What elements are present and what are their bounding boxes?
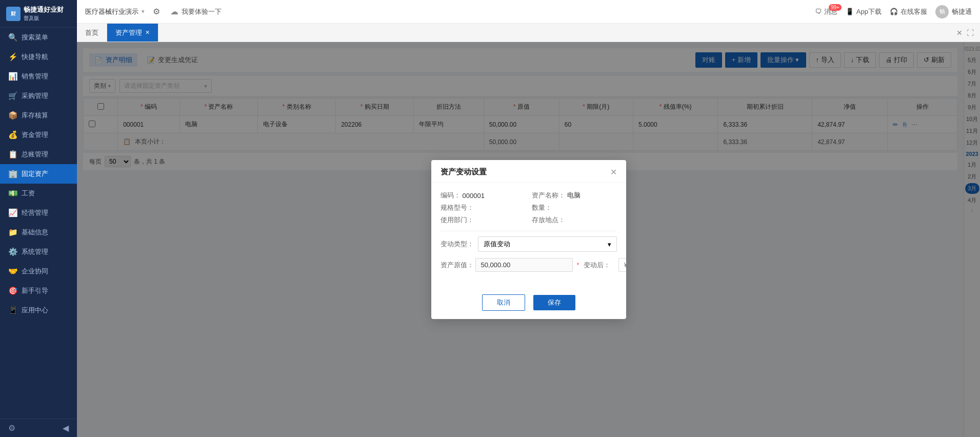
search-menu-label: 搜索菜单: [22, 33, 48, 42]
sidebar-item-sys-mgmt[interactable]: ⚙️系统管理: [0, 242, 77, 262]
avatar: 畅: [935, 5, 949, 18]
modal-spec-label: 规格型号：: [441, 203, 474, 212]
inventory-label: 库存核算: [22, 111, 48, 120]
message-badge: 99+: [829, 4, 842, 11]
cloud-icon: ☁: [170, 7, 178, 16]
modal-footer: 取消 保存: [431, 288, 626, 319]
topbar-settings-icon[interactable]: ⚙: [153, 7, 160, 16]
sys-mgmt-label: 系统管理: [22, 247, 48, 256]
sidebar-item-basic-info[interactable]: 📁基础信息: [0, 223, 77, 242]
capital-mgmt-icon: 💰: [8, 130, 17, 140]
modal-dept-label: 使用部门：: [441, 215, 474, 225]
modal-asset-name-value: 电脑: [567, 191, 581, 200]
topbar-right: 🗨 消息 99+ 📱 App下载 🎧 在线客服 畅 畅捷通: [815, 5, 972, 18]
sidebar-item-purchase-mgmt[interactable]: 🛒采购管理: [0, 86, 77, 106]
modal-original-value-label: 资产原值：: [441, 261, 471, 270]
modal-close-icon[interactable]: ✕: [610, 167, 617, 177]
quick-nav-label: 快捷导航: [22, 52, 48, 62]
sidebar: 财 畅捷通好业财 普及版 🔍搜索菜单⚡快捷导航📊销售管理🛒采购管理📦库存核算💰资…: [0, 0, 77, 437]
sidebar-menu: 🔍搜索菜单⚡快捷导航📊销售管理🛒采购管理📦库存核算💰资金管理📋总账管理🏢固定资产…: [0, 28, 77, 419]
search-menu-icon: 🔍: [8, 33, 17, 42]
beginner-guide-label: 新手引导: [22, 286, 48, 295]
sidebar-item-payroll[interactable]: 💵工资: [0, 184, 77, 203]
online-service-label: 在线客服: [901, 7, 927, 16]
modal-change-type-row: 变动类型： 原值变动 ▾: [441, 236, 617, 252]
experience-label: 我要体验一下: [182, 7, 222, 16]
sidebar-footer: ⚙ ◀: [0, 419, 77, 437]
user-menu[interactable]: 畅 畅捷通: [935, 5, 972, 18]
basic-info-label: 基础信息: [22, 228, 48, 237]
tab-asset-mgmt[interactable]: 资产管理 ✕: [107, 24, 158, 42]
window-close-btn[interactable]: ✕: [956, 29, 963, 37]
tab-home[interactable]: 首页: [77, 24, 107, 42]
online-service-icon: 🎧: [890, 8, 898, 15]
purchase-mgmt-icon: 🛒: [8, 91, 17, 101]
company-dropdown-arrow: ▾: [142, 8, 145, 15]
cancel-button[interactable]: 取消: [482, 294, 525, 311]
sidebar-toggle-icon[interactable]: ◀: [63, 423, 69, 433]
app-download-label: App下载: [856, 7, 882, 16]
capital-mgmt-label: 资金管理: [22, 130, 48, 140]
modal-title: 资产变动设置: [441, 167, 487, 177]
logo-icon: 财: [6, 7, 21, 21]
company-name: 医疗器械行业演示: [85, 7, 138, 16]
sidebar-item-quick-nav[interactable]: ⚡快捷导航: [0, 47, 77, 67]
modal-original-value-input: [475, 258, 573, 272]
topbar: 医疗器械行业演示 ▾ ⚙ ☁ 我要体验一下 🗨 消息 99+ 📱 App下载 🎧…: [77, 0, 980, 24]
tabbar: 首页 资产管理 ✕ ✕ ⛶: [77, 24, 980, 42]
modal-overlay: 资产变动设置 ✕ 编码： 000001 资产名称： 电脑: [77, 42, 980, 437]
settings-icon[interactable]: ⚙: [8, 423, 15, 433]
experience-button[interactable]: ☁ 我要体验一下: [170, 7, 222, 16]
sidebar-item-app-center[interactable]: 📱应用中心: [0, 301, 77, 320]
modal-change-type-arrow: ▾: [608, 241, 611, 248]
tab-asset-mgmt-close[interactable]: ✕: [145, 29, 150, 36]
sidebar-item-ledger[interactable]: 📋总账管理: [0, 145, 77, 164]
app-logo: 财 畅捷通好业财 普及版: [0, 0, 77, 28]
modal-asset-name-label: 资产名称：: [532, 191, 565, 200]
app-center-label: 应用中心: [22, 306, 48, 315]
beginner-guide-icon: 🎯: [8, 286, 17, 295]
asset-change-modal: 资产变动设置 ✕ 编码： 000001 资产名称： 电脑: [431, 160, 626, 319]
modal-divider: [441, 231, 617, 231]
online-service-button[interactable]: 🎧 在线客服: [890, 7, 927, 16]
corp-collab-label: 企业协同: [22, 267, 48, 276]
sidebar-item-ops-mgmt[interactable]: 📈经营管理: [0, 203, 77, 223]
sidebar-item-sales-mgmt[interactable]: 📊销售管理: [0, 67, 77, 86]
ops-mgmt-icon: 📈: [8, 208, 17, 217]
username: 畅捷通: [952, 7, 972, 16]
app-download-button[interactable]: 📱 App下载: [846, 7, 882, 16]
window-maximize-btn[interactable]: ⛶: [967, 29, 974, 37]
fixed-assets-label: 固定资产: [22, 169, 48, 178]
modal-code-field: 编码： 000001: [441, 191, 526, 200]
ledger-label: 总账管理: [22, 150, 48, 159]
modal-asset-name-field: 资产名称： 电脑: [532, 191, 617, 200]
modal-after-input[interactable]: [618, 258, 626, 272]
content-area: 📄 资产明细 📝 变更生成凭证 对账 + 新增 批量操作 ▾ ↑ 导入 ↓ 下载…: [77, 42, 980, 437]
sidebar-item-fixed-assets[interactable]: 🏢固定资产: [0, 164, 77, 184]
modal-body: 编码： 000001 资产名称： 电脑 规格型号： 数量：: [431, 183, 626, 288]
fixed-assets-icon: 🏢: [8, 169, 17, 178]
inventory-icon: 📦: [8, 111, 17, 120]
message-button[interactable]: 🗨 消息 99+: [815, 7, 837, 16]
main-area: 医疗器械行业演示 ▾ ⚙ ☁ 我要体验一下 🗨 消息 99+ 📱 App下载 🎧…: [77, 0, 980, 437]
app-download-icon: 📱: [846, 8, 854, 15]
modal-header: 资产变动设置 ✕: [431, 160, 626, 183]
sidebar-item-corp-collab[interactable]: 🤝企业协同: [0, 262, 77, 281]
company-selector[interactable]: 医疗器械行业演示 ▾: [85, 7, 145, 16]
app-edition: 普及版: [24, 15, 64, 22]
modal-spec-field: 规格型号：: [441, 203, 526, 212]
save-button[interactable]: 保存: [533, 295, 575, 310]
sidebar-item-search-menu[interactable]: 🔍搜索菜单: [0, 28, 77, 47]
sidebar-item-inventory[interactable]: 📦库存核算: [0, 106, 77, 125]
logo-text-block: 畅捷通好业财 普及版: [24, 5, 64, 22]
modal-value-row: 资产原值： * 变动后：: [441, 258, 617, 272]
modal-change-type-select[interactable]: 原值变动 ▾: [478, 236, 617, 252]
ledger-icon: 📋: [8, 150, 17, 159]
payroll-label: 工资: [22, 189, 35, 198]
modal-change-type-label: 变动类型：: [441, 240, 474, 249]
app-center-icon: 📱: [8, 306, 17, 315]
sidebar-item-beginner-guide[interactable]: 🎯新手引导: [0, 281, 77, 301]
basic-info-icon: 📁: [8, 228, 17, 237]
sidebar-item-capital-mgmt[interactable]: 💰资金管理: [0, 125, 77, 145]
modal-location-label: 存放地点：: [532, 215, 565, 225]
